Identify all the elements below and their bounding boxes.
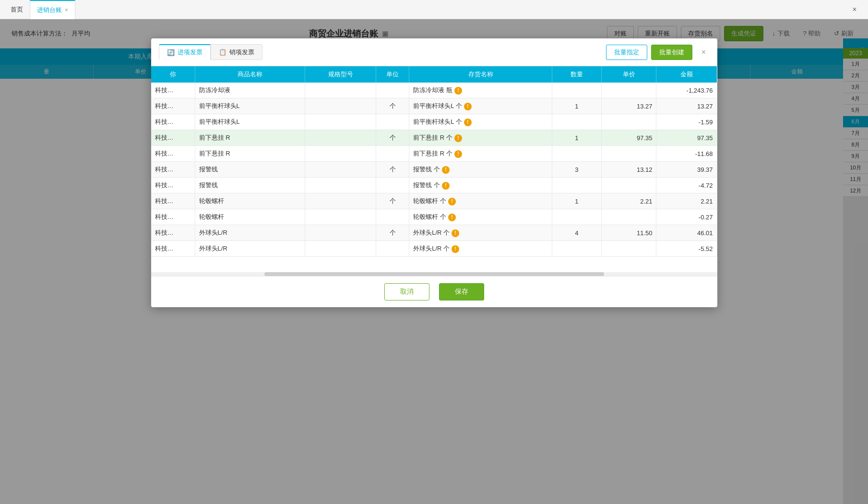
th-qty: 数量 xyxy=(552,66,601,83)
table-cell: 轮毂螺杆 个! xyxy=(409,193,552,209)
warn-icon: ! xyxy=(448,198,456,205)
tab-active-label: 进销台账 xyxy=(37,0,62,20)
table-cell: 13.27 xyxy=(601,98,656,114)
modal-actions: 批量指定 批量创建 xyxy=(606,45,692,60)
tab-home[interactable]: 首页 xyxy=(4,0,30,19)
table-cell xyxy=(376,178,409,193)
table-cell: 外球头L/R xyxy=(195,225,305,241)
table-cell: 11.50 xyxy=(601,225,656,241)
th-name: 商品名称 xyxy=(195,66,305,83)
table-cell: 外球头L/R xyxy=(195,241,305,257)
table-cell: 46.01 xyxy=(656,225,717,241)
table-cell xyxy=(305,98,376,114)
table-cell: 科技… xyxy=(151,162,195,178)
table-cell: 科技… xyxy=(151,130,195,146)
table-cell: 个 xyxy=(376,162,409,178)
th-unit: 单位 xyxy=(376,66,409,83)
table-row[interactable]: 科技…前下悬挂 R个前下悬挂 R 个!197.3597.35 xyxy=(151,130,717,146)
table-cell: 个 xyxy=(376,98,409,114)
table-cell: 前平衡杆球头L xyxy=(195,98,305,114)
table-cell xyxy=(601,114,656,130)
table-cell: 科技… xyxy=(151,178,195,193)
table-cell xyxy=(552,209,601,225)
table-cell xyxy=(601,241,656,257)
batch-create-button[interactable]: 批量创建 xyxy=(651,45,692,60)
table-cell xyxy=(552,114,601,130)
table-cell xyxy=(305,225,376,241)
tab-output-invoice[interactable]: 📋 销项发票 xyxy=(211,44,262,60)
table-row[interactable]: 科技…外球头L/R外球头L/R 个!-5.52 xyxy=(151,241,717,257)
table-row[interactable]: 科技…前平衡杆球头L前平衡杆球头L 个!-1.59 xyxy=(151,114,717,130)
table-cell: -4.72 xyxy=(656,178,717,193)
table-cell: 前平衡杆球头L 个! xyxy=(409,114,552,130)
table-cell: 2.21 xyxy=(656,193,717,209)
modal-dialog: 🔄 进项发票 📋 销项发票 批量指定 批量创建 × xyxy=(151,38,717,307)
table-cell xyxy=(305,130,376,146)
table-row[interactable]: 科技…报警线报警线 个!-4.72 xyxy=(151,178,717,193)
table-row[interactable]: 科技…轮毂螺杆轮毂螺杆 个!-0.27 xyxy=(151,209,717,225)
table-cell: 科技… xyxy=(151,83,195,98)
table-cell: -1.59 xyxy=(656,114,717,130)
table-row[interactable]: 科技…报警线个报警线 个!313.1239.37 xyxy=(151,162,717,178)
table-cell: 科技… xyxy=(151,193,195,209)
table-cell: 1 xyxy=(552,130,601,146)
tab-active[interactable]: 进销台账 × xyxy=(30,0,75,19)
save-button[interactable]: 保存 xyxy=(439,283,484,300)
table-cell xyxy=(376,114,409,130)
table-cell: -1,243.76 xyxy=(656,83,717,98)
table-cell xyxy=(305,193,376,209)
table-cell xyxy=(376,146,409,162)
table-row[interactable]: 科技…前下悬挂 R前下悬挂 R 个!-11.68 xyxy=(151,146,717,162)
table-cell: 个 xyxy=(376,130,409,146)
modal-scrollbar[interactable] xyxy=(151,272,717,276)
table-cell: 13.12 xyxy=(601,162,656,178)
warn-icon: ! xyxy=(442,166,450,174)
window-close-button[interactable]: × xyxy=(845,0,864,19)
table-header-row: 你 商品名称 规格型号 单位 存货名称 数量 单价 金额 xyxy=(151,66,717,83)
table-cell: 外球头L/R 个! xyxy=(409,225,552,241)
table-cell xyxy=(601,83,656,98)
table-cell xyxy=(376,209,409,225)
modal-overlay: 🔄 进项发票 📋 销项发票 批量指定 批量创建 × xyxy=(0,19,868,504)
table-cell: 科技… xyxy=(151,114,195,130)
table-row[interactable]: 科技…防冻冷却液防冻冷却液 瓶!-1,243.76 xyxy=(151,83,717,98)
tab-input-invoice[interactable]: 🔄 进项发票 xyxy=(159,44,211,60)
table-cell xyxy=(305,114,376,130)
table-cell: 防冻冷却液 瓶! xyxy=(409,83,552,98)
modal-table-wrap[interactable]: 你 商品名称 规格型号 单位 存货名称 数量 单价 金额 科技…防冻冷却液防冻冷… xyxy=(151,66,717,272)
warn-icon: ! xyxy=(454,87,462,95)
warn-icon: ! xyxy=(442,182,450,190)
table-cell: -5.52 xyxy=(656,241,717,257)
th-stock-name: 存货名称 xyxy=(409,66,552,83)
table-cell: 前下悬挂 R 个! xyxy=(409,146,552,162)
th-amount: 金额 xyxy=(656,66,717,83)
th-col1: 你 xyxy=(151,66,195,83)
table-cell: 13.27 xyxy=(656,98,717,114)
warn-icon: ! xyxy=(454,150,462,158)
table-cell: -0.27 xyxy=(656,209,717,225)
table-cell: 个 xyxy=(376,193,409,209)
table-row[interactable]: 科技…外球头L/R个外球头L/R 个!411.5046.01 xyxy=(151,225,717,241)
tab-output-label: 销项发票 xyxy=(229,48,254,57)
th-price: 单价 xyxy=(601,66,656,83)
tab-close-icon[interactable]: × xyxy=(65,0,68,20)
table-cell: 科技… xyxy=(151,146,195,162)
warn-icon: ! xyxy=(454,134,462,142)
table-cell: 外球头L/R 个! xyxy=(409,241,552,257)
table-cell xyxy=(376,241,409,257)
table-cell: 报警线 xyxy=(195,178,305,193)
table-cell: -11.68 xyxy=(656,146,717,162)
table-cell xyxy=(552,146,601,162)
modal-scrollbar-thumb xyxy=(264,272,604,276)
batch-assign-button[interactable]: 批量指定 xyxy=(606,45,647,60)
table-cell: 2.21 xyxy=(601,193,656,209)
table-cell: 科技… xyxy=(151,209,195,225)
table-cell: 1 xyxy=(552,193,601,209)
modal-close-button[interactable]: × xyxy=(698,47,710,58)
table-row[interactable]: 科技…前平衡杆球头L个前平衡杆球头L 个!113.2713.27 xyxy=(151,98,717,114)
warn-icon: ! xyxy=(464,119,472,126)
modal-header: 🔄 进项发票 📋 销项发票 批量指定 批量创建 × xyxy=(151,38,717,66)
cancel-button[interactable]: 取消 xyxy=(384,283,429,300)
table-row[interactable]: 科技…轮毂螺杆个轮毂螺杆 个!12.212.21 xyxy=(151,193,717,209)
table-cell: 3 xyxy=(552,162,601,178)
